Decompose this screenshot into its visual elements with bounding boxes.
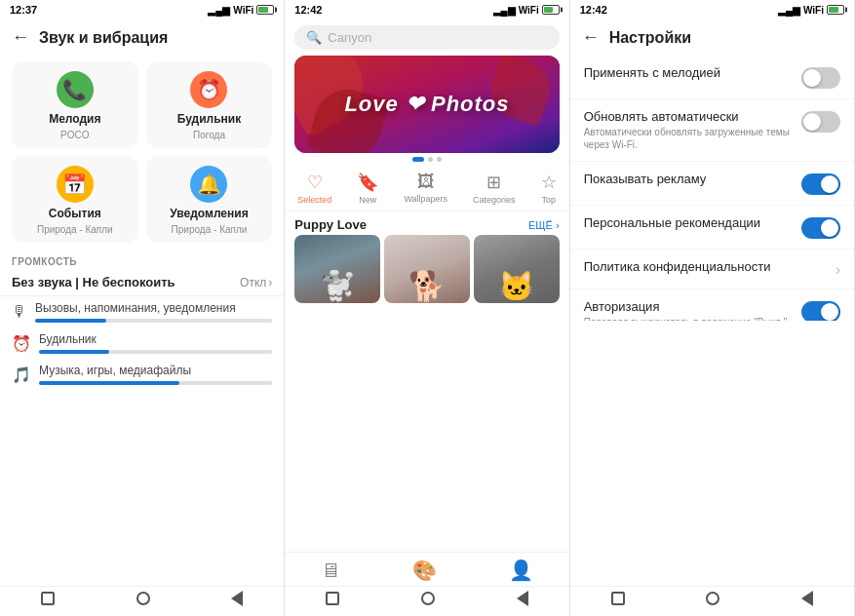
hero-text: Love ❤ Photos	[344, 92, 509, 117]
selected-icon: ♡	[307, 172, 323, 193]
dnd-label: Без звука | Не беспокоить	[12, 275, 175, 289]
wifi-icon-p2: WiFi	[519, 5, 539, 16]
auto-update-label: Обновлять автоматически	[584, 109, 794, 124]
apply-melody-label: Применять с мелодией	[584, 65, 794, 80]
alarm-vol-label: Будильник	[39, 332, 272, 346]
wallpapers-icon: 🖼	[417, 172, 435, 192]
panel-settings: 12:42 ▂▄▆ WiFi ← Настройки Применять с м…	[570, 0, 855, 616]
volume-calls[interactable]: 🎙 Вызовы, напоминания, уведомления	[0, 296, 284, 327]
calls-vol-icon: 🎙	[12, 303, 27, 321]
thumb-3[interactable]: 🐱	[474, 235, 560, 303]
media-vol-content: Музыка, игры, медиафайлы	[39, 364, 272, 385]
media-vol-bar[interactable]	[39, 381, 272, 385]
show-ads-text: Показывать рекламу	[584, 172, 794, 188]
show-ads-toggle[interactable]	[801, 173, 840, 195]
personal-rec-toggle[interactable]	[801, 217, 840, 239]
nav-circle-p2[interactable]	[421, 592, 435, 609]
apply-melody-toggle[interactable]	[801, 67, 840, 89]
calls-vol-fill	[35, 319, 106, 323]
apply-melody-thumb	[803, 69, 821, 87]
thumb-2[interactable]: 🐕	[384, 235, 470, 303]
time-p1: 12:37	[10, 4, 37, 16]
media-vol-label: Музыка, игры, медиафайлы	[39, 364, 272, 377]
signal-icon: ▂▄▆	[208, 5, 230, 16]
wallpaper-nav: ♡ Selected 🔖 New 🖼 Wallpapers ⊞ Categori…	[285, 166, 568, 212]
auth-toggle[interactable]	[801, 301, 840, 321]
puppy-love-section: Puppy Love ЕЩЁ ›	[285, 212, 568, 235]
setting-apply-melody[interactable]: Применять с мелодией	[570, 56, 854, 99]
nav-square-p3[interactable]	[611, 592, 625, 609]
alarm-vol-bar[interactable]	[39, 350, 272, 354]
alarm-vol-icon: ⏰	[12, 334, 31, 353]
show-ads-thumb	[821, 175, 838, 193]
person-tab[interactable]: 👤	[509, 558, 533, 582]
nav-back-p1[interactable]	[231, 591, 243, 610]
setting-personal-rec[interactable]: Персональные рекомендации	[570, 206, 854, 250]
privacy-label: Политика конфиденциальности	[584, 259, 828, 274]
setting-auth[interactable]: Авторизация Переводя выключатель в полож…	[570, 289, 854, 321]
nav-square-p2[interactable]	[326, 592, 339, 609]
volume-alarm[interactable]: ⏰ Будильник	[0, 327, 284, 359]
new-label: New	[359, 195, 376, 205]
melody-icon: 📞	[57, 71, 94, 108]
ringtone-melody[interactable]: 📞 Мелодия POCO	[12, 61, 138, 148]
dog1-silhouette: 🐩	[294, 235, 380, 303]
monitor-tab[interactable]: 🖥	[321, 559, 340, 582]
nav-circle-p1[interactable]	[136, 592, 150, 609]
nav-wallpapers[interactable]: 🖼 Wallpapers	[398, 170, 453, 207]
melody-sub: POCO	[60, 130, 89, 140]
p1-header: ← Звук и вибрация	[0, 19, 284, 56]
volume-media[interactable]: 🎵 Музыка, игры, медиафайлы	[0, 359, 284, 390]
battery-icon-p3	[827, 5, 844, 15]
wallpapers-label: Wallpapers	[404, 194, 447, 204]
nav-circle-p3[interactable]	[706, 592, 719, 609]
cat-silhouette: 🐱	[474, 235, 560, 303]
search-icon: 🔍	[306, 30, 322, 45]
signal-icon-p3: ▂▄▆	[778, 5, 800, 16]
nav-top[interactable]: ☆ Top	[535, 170, 563, 207]
calls-vol-bar[interactable]	[35, 319, 272, 323]
battery-icon-p2	[542, 5, 560, 15]
back-button-p3[interactable]: ←	[582, 27, 600, 48]
back-button-p1[interactable]: ←	[12, 27, 29, 48]
hero-wallpaper[interactable]: Love ❤ Photos	[294, 56, 559, 153]
ringtone-alarm[interactable]: ⏰ Будильник Погода	[146, 61, 273, 148]
search-bar[interactable]: 🔍 Canyon	[294, 25, 559, 50]
palette-tab[interactable]: 🎨	[412, 558, 437, 582]
events-name: События	[49, 207, 101, 220]
auto-update-text: Обновлять автоматически Автоматически об…	[584, 109, 794, 151]
nav-selected[interactable]: ♡ Selected	[291, 170, 337, 207]
apply-melody-text: Применять с мелодией	[584, 65, 794, 82]
bottom-tab-bar: 🖥 🎨 👤	[285, 552, 568, 586]
dog2-silhouette: 🐕	[384, 235, 470, 303]
setting-auto-update[interactable]: Обновлять автоматически Автоматически об…	[570, 99, 854, 162]
p1-title: Звук и вибрация	[39, 29, 168, 47]
hero-dots	[285, 157, 568, 162]
personal-rec-text: Персональные рекомендации	[584, 215, 794, 232]
nav-square-p1[interactable]	[41, 592, 55, 609]
see-more-link[interactable]: ЕЩЁ ›	[528, 219, 560, 231]
p3-title: Настройки	[609, 29, 691, 47]
nav-back-p3[interactable]	[801, 591, 813, 610]
alarm-vol-content: Будильник	[39, 332, 272, 354]
status-bar-p2: 12:42 ▂▄▆ WiFi	[285, 0, 568, 19]
thumb-1[interactable]: 🐩	[294, 235, 380, 303]
alarm-vol-fill	[39, 350, 109, 354]
alarm-icon: ⏰	[190, 71, 227, 108]
ringtone-notifications[interactable]: 🔔 Уведомления Природа - Капли	[146, 156, 273, 243]
setting-show-ads[interactable]: Показывать рекламу	[570, 162, 854, 206]
nav-bar-p3	[570, 586, 854, 616]
nav-new[interactable]: 🔖 New	[351, 170, 384, 207]
dnd-row[interactable]: Без звука | Не беспокоить Откл ›	[0, 269, 284, 296]
search-input[interactable]: Canyon	[328, 30, 371, 45]
personal-rec-thumb	[821, 219, 838, 237]
auto-update-toggle[interactable]	[801, 111, 840, 133]
nav-categories[interactable]: ⊞ Categories	[467, 170, 522, 207]
wifi-icon: WiFi	[233, 5, 253, 16]
auto-update-desc: Автоматически обновлять загруженные темы…	[584, 126, 794, 151]
ringtone-events[interactable]: 📅 События Природа - Капли	[12, 156, 138, 243]
calls-vol-content: Вызовы, напоминания, уведомления	[35, 301, 272, 323]
setting-privacy[interactable]: Политика конфиденциальности ›	[570, 250, 854, 289]
nav-back-p2[interactable]	[517, 591, 528, 610]
notifications-icon: 🔔	[190, 166, 227, 203]
